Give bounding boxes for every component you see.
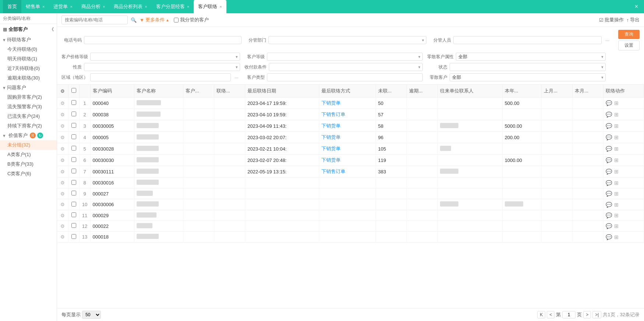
page-input[interactable] (562, 311, 576, 318)
retail-customer-select[interactable]: 全部 (450, 73, 606, 81)
last-contact-link[interactable]: 下销货单 (321, 123, 341, 128)
row-checkbox[interactable] (71, 202, 76, 207)
row-checkbox[interactable] (71, 112, 76, 116)
grid-action-icon[interactable]: ⊞ (614, 146, 619, 152)
grid-action-icon[interactable]: ⊞ (614, 212, 619, 218)
sidebar-item-churned[interactable]: 已流失客户(24) (0, 112, 57, 121)
grid-action-icon[interactable]: ⊞ (614, 169, 619, 174)
chat-icon[interactable]: 💬 (606, 146, 612, 152)
grid-action-icon[interactable]: ⊞ (614, 157, 619, 163)
last-contact-link[interactable]: 下销售订单 (321, 112, 345, 117)
row-checkbox[interactable] (71, 180, 76, 185)
tab-goods-analysis[interactable]: 商品分析 × (77, 0, 109, 13)
sidebar-item-unassigned[interactable]: 未分组(32) (0, 140, 57, 150)
grid-action-icon[interactable]: ⊞ (614, 234, 619, 240)
tab-home[interactable]: 首页 (3, 0, 21, 13)
close-all-tabs[interactable]: × (632, 3, 641, 10)
export-btn[interactable]: ↑ 导出 (627, 17, 640, 23)
group-value-customers[interactable]: ▾ 价值客户 R ↻ (0, 131, 57, 140)
grid-action-icon[interactable]: ⊞ (614, 134, 619, 140)
sidebar-item-week-pending[interactable]: 近7天待联络(0) (0, 64, 57, 73)
chat-icon[interactable]: 💬 (606, 234, 612, 240)
row-checkbox[interactable] (71, 191, 76, 195)
dept-select[interactable] (268, 36, 426, 44)
last-page-btn[interactable]: >| (592, 311, 601, 318)
grid-action-icon[interactable]: ⊞ (614, 180, 619, 186)
close-goods-list-tab[interactable]: × (145, 4, 147, 9)
per-page-select[interactable]: 50 100 (82, 311, 101, 319)
sidebar-item-abnormal[interactable]: 固购异常客户(2) (0, 92, 57, 102)
sidebar-item-class-b[interactable]: B类客户(33) (0, 159, 57, 169)
tab-sales[interactable]: 销售单 × (21, 0, 49, 13)
batch-op-btn[interactable]: ☑ 批量操作 (599, 17, 624, 23)
sidebar-search-input[interactable] (3, 16, 57, 21)
row-checkbox[interactable] (71, 157, 76, 162)
chat-icon[interactable]: 💬 (606, 157, 612, 163)
sidebar-item-class-c[interactable]: C类客户(6) (0, 169, 57, 179)
nature-select[interactable] (84, 63, 240, 71)
last-contact-link[interactable]: 下销售订单 (321, 169, 345, 174)
row-checkbox[interactable] (71, 100, 76, 105)
chat-icon[interactable]: 💬 (606, 169, 612, 174)
sidebar-item-tomorrow-pending[interactable]: 明天待联络(1) (0, 54, 57, 64)
grid-action-icon[interactable]: ⊞ (614, 202, 619, 208)
close-customer-tier-tab[interactable]: × (187, 4, 189, 9)
settings-icon[interactable]: ⚙ (60, 88, 65, 94)
sidebar-item-churn-warning[interactable]: 流失预警客户(3) (0, 102, 57, 112)
last-contact-link[interactable]: 下销货单 (321, 134, 341, 140)
tab-customer-contact[interactable]: 客户联络 × (194, 0, 226, 13)
region-dots-icon[interactable]: ··· (233, 75, 240, 80)
row-checkbox[interactable] (71, 134, 76, 139)
chat-icon[interactable]: 💬 (606, 180, 612, 186)
grid-action-icon[interactable]: ⊞ (614, 191, 619, 197)
refresh-badge[interactable]: ↻ (37, 133, 43, 138)
chat-icon[interactable]: 💬 (606, 212, 612, 218)
row-checkbox[interactable] (71, 234, 76, 239)
next-page-btn[interactable]: > (583, 311, 591, 318)
customer-level-select[interactable] (267, 53, 423, 61)
reset-button[interactable]: 设置 (618, 40, 640, 50)
prev-page-btn[interactable]: < (547, 311, 555, 318)
chat-icon[interactable]: 💬 (606, 112, 612, 117)
close-sales-tab[interactable]: × (42, 4, 45, 9)
payment-select[interactable] (269, 63, 423, 71)
person-dots-icon[interactable]: ··· (604, 38, 611, 43)
first-page-btn[interactable]: K (537, 311, 545, 318)
sidebar-item-declining[interactable]: 持续下滑客户(2) (0, 121, 57, 131)
all-customers-header[interactable]: ⊞ 全部客户 《 (0, 24, 57, 35)
last-contact-link[interactable]: 下销货单 (321, 146, 341, 151)
my-customers-checkbox[interactable] (174, 18, 179, 22)
status-select[interactable] (450, 63, 606, 71)
search-input[interactable] (61, 15, 128, 24)
customer-type-input[interactable] (267, 73, 423, 81)
close-goods-analysis-tab[interactable]: × (103, 4, 105, 9)
sidebar-item-class-a[interactable]: A类客户(1) (0, 150, 57, 159)
grid-action-icon[interactable]: ⊞ (614, 123, 619, 129)
close-customer-contact-tab[interactable]: × (219, 4, 222, 9)
chat-icon[interactable]: 💬 (606, 100, 612, 106)
tab-purchase[interactable]: 进货单 × (49, 0, 77, 13)
sidebar-item-overdue-contact[interactable]: 逾期未联络(30) (0, 73, 57, 83)
select-all-checkbox[interactable] (71, 88, 76, 93)
query-button[interactable]: 查询 (618, 30, 640, 39)
chat-icon[interactable]: 💬 (606, 191, 612, 197)
last-contact-link[interactable]: 下销货单 (321, 100, 341, 106)
row-checkbox[interactable] (71, 169, 76, 173)
chat-icon[interactable]: 💬 (606, 223, 612, 229)
row-checkbox[interactable] (71, 146, 76, 151)
grid-action-icon[interactable]: ⊞ (614, 100, 619, 106)
price-level-select[interactable] (90, 53, 240, 61)
row-checkbox[interactable] (71, 223, 76, 228)
grid-action-icon[interactable]: ⊞ (614, 112, 619, 117)
group-problem-customers[interactable]: ▾ 问题客户 (0, 83, 57, 92)
chat-icon[interactable]: 💬 (606, 202, 612, 208)
retail-attr-select[interactable]: 全部 (456, 53, 606, 61)
close-purchase-tab[interactable]: × (70, 4, 72, 9)
grid-action-icon[interactable]: ⊞ (614, 223, 619, 229)
tab-goods-list[interactable]: 商品分析列表 × (109, 0, 151, 13)
more-conditions-btn[interactable]: ▼ 更多条件 ▲ (140, 17, 169, 23)
sidebar-item-today-pending[interactable]: 今天待联络(0) (0, 45, 57, 54)
region-input[interactable] (90, 73, 231, 81)
group-pending-contact[interactable]: ▾ 待联络客户 (0, 35, 57, 45)
phone-input[interactable] (84, 36, 242, 44)
